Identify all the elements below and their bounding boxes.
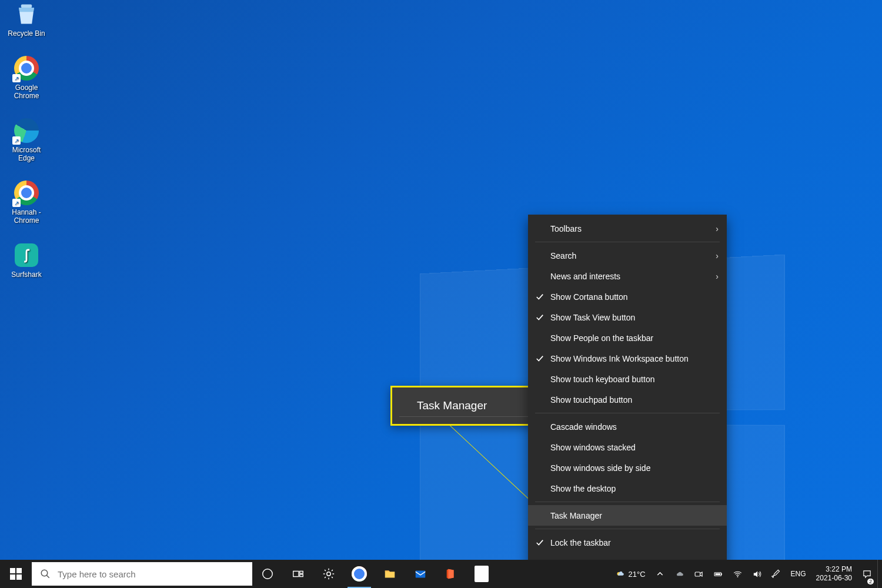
desktop-icon-label: Surfshark bbox=[11, 270, 41, 279]
tray-date: 2021-06-30 bbox=[816, 574, 852, 583]
ctx-item-label: Show windows stacked bbox=[550, 443, 636, 452]
chevron-right-icon: › bbox=[716, 224, 719, 233]
ctx-item-label: Show Task View button bbox=[550, 313, 635, 322]
ctx-item-label: Show windows side by side bbox=[550, 463, 650, 473]
tray-battery-icon[interactable] bbox=[709, 560, 727, 588]
svg-point-8 bbox=[327, 572, 330, 576]
desktop-icon-label: Recycle Bin bbox=[8, 29, 45, 38]
task-view-button[interactable] bbox=[283, 560, 313, 588]
desktop-icon-hannah-chrome[interactable]: ↗ Hannah - Chrome bbox=[4, 180, 49, 225]
ctx-item-label: Lock the taskbar bbox=[550, 538, 611, 547]
tray-volume-icon[interactable] bbox=[748, 560, 766, 588]
ctx-item-label: Show the desktop bbox=[550, 484, 616, 493]
menu-separator bbox=[535, 529, 720, 529]
ctx-item-label: Show Windows Ink Workspace button bbox=[550, 354, 689, 363]
ctx-item-search[interactable]: Search › bbox=[528, 245, 727, 266]
ctx-item-show-ink[interactable]: Show Windows Ink Workspace button bbox=[528, 348, 727, 369]
notification-icon bbox=[862, 569, 872, 579]
desktop-icon-surfshark[interactable]: ʃ Surfshark bbox=[4, 242, 49, 279]
surfshark-icon: ʃ bbox=[14, 242, 39, 268]
desktop-icon-microsoft-edge[interactable]: ↗ Microsoft Edge bbox=[4, 118, 49, 162]
svg-rect-11 bbox=[695, 572, 700, 576]
ctx-item-label: Cascade windows bbox=[550, 422, 617, 432]
windows-logo-icon bbox=[10, 568, 22, 580]
ctx-item-news-interests[interactable]: News and interests › bbox=[528, 266, 727, 286]
taskbar-settings-app[interactable] bbox=[313, 560, 344, 588]
chevron-right-icon: › bbox=[716, 272, 719, 281]
start-button[interactable] bbox=[0, 560, 32, 588]
document-icon bbox=[475, 566, 489, 582]
tray-overflow[interactable] bbox=[651, 560, 669, 588]
menu-separator bbox=[535, 502, 720, 502]
ctx-item-label: Task Manager bbox=[550, 511, 602, 520]
notification-badge: 2 bbox=[867, 579, 874, 584]
svg-line-3 bbox=[46, 575, 49, 578]
ctx-item-side-by-side[interactable]: Show windows side by side bbox=[528, 457, 727, 478]
shortcut-overlay-icon: ↗ bbox=[12, 74, 21, 82]
taskbar-office-app[interactable] bbox=[436, 560, 466, 588]
svg-rect-9 bbox=[416, 571, 426, 578]
ctx-item-label: Toolbars bbox=[550, 224, 582, 233]
taskbar-mail-app[interactable] bbox=[405, 560, 436, 588]
tray-wifi-icon[interactable] bbox=[729, 560, 747, 588]
ctx-item-label: News and interests bbox=[550, 272, 620, 281]
svg-rect-5 bbox=[293, 571, 299, 576]
desktop-icon-recycle-bin[interactable]: Recycle Bin bbox=[4, 1, 49, 38]
search-box[interactable] bbox=[32, 562, 252, 586]
search-input[interactable] bbox=[58, 569, 244, 579]
svg-point-15 bbox=[737, 576, 738, 577]
shortcut-overlay-icon: ↗ bbox=[12, 136, 21, 145]
tray-language[interactable]: ENG bbox=[787, 560, 810, 588]
check-icon bbox=[535, 538, 544, 547]
ctx-item-cascade[interactable]: Cascade windows bbox=[528, 416, 727, 437]
ctx-item-show-people[interactable]: Show People on the taskbar bbox=[528, 328, 727, 348]
callout-task-manager: Task Manager bbox=[390, 386, 546, 426]
ctx-item-label: Show People on the taskbar bbox=[550, 333, 653, 343]
check-icon bbox=[535, 354, 544, 363]
ctx-item-toolbars[interactable]: Toolbars › bbox=[528, 218, 727, 239]
svg-point-4 bbox=[263, 569, 273, 579]
taskbar[interactable]: 21°C ENG 3:22 PM 2021-06-30 2 bbox=[0, 560, 882, 588]
taskbar-chrome-app[interactable] bbox=[344, 560, 375, 588]
ctx-item-show-touchpad[interactable]: Show touchpad button bbox=[528, 389, 727, 410]
ctx-item-label: Search bbox=[550, 251, 576, 260]
svg-rect-0 bbox=[21, 5, 32, 8]
svg-rect-14 bbox=[715, 573, 720, 575]
ctx-item-label: Show touchpad button bbox=[550, 395, 632, 405]
desktop-icon-label: Google Chrome bbox=[4, 83, 49, 100]
ctx-item-show-task-view[interactable]: Show Task View button bbox=[528, 307, 727, 328]
taskbar-generic-app[interactable] bbox=[466, 560, 497, 588]
ctx-item-lock-taskbar[interactable]: Lock the taskbar bbox=[528, 532, 727, 553]
shortcut-overlay-icon: ↗ bbox=[12, 199, 21, 207]
search-icon bbox=[40, 569, 51, 579]
ctx-item-label: Show Cortana button bbox=[550, 292, 628, 302]
svg-rect-6 bbox=[300, 571, 303, 573]
ctx-item-task-manager[interactable]: Task Manager bbox=[528, 505, 727, 526]
menu-separator bbox=[535, 413, 720, 413]
ctx-item-label: Show touch keyboard button bbox=[550, 375, 654, 384]
taskbar-context-menu: Toolbars › Search › News and interests ›… bbox=[528, 215, 727, 577]
action-center-button[interactable]: 2 bbox=[858, 560, 876, 588]
desktop-icon-label: Hannah - Chrome bbox=[4, 208, 49, 225]
show-desktop-button[interactable] bbox=[877, 560, 881, 588]
tray-meet-now-icon[interactable] bbox=[690, 560, 708, 588]
desktop-icon-label: Microsoft Edge bbox=[4, 146, 49, 162]
tray-ink-workspace-icon[interactable] bbox=[767, 560, 786, 588]
tray-onedrive-icon[interactable] bbox=[670, 560, 689, 588]
tray-clock[interactable]: 3:22 PM 2021-06-30 bbox=[811, 560, 857, 588]
check-icon bbox=[535, 313, 544, 322]
cortana-button[interactable] bbox=[252, 560, 283, 588]
chrome-icon: ↗ bbox=[14, 55, 39, 81]
desktop-icon-google-chrome[interactable]: ↗ Google Chrome bbox=[4, 55, 49, 100]
ctx-item-show-touch-keyboard[interactable]: Show touch keyboard button bbox=[528, 369, 727, 389]
recycle-bin-icon bbox=[14, 1, 39, 27]
weather-widget[interactable]: 21°C bbox=[611, 560, 650, 588]
ctx-item-show-cortana[interactable]: Show Cortana button bbox=[528, 286, 727, 307]
taskbar-file-explorer[interactable] bbox=[375, 560, 405, 588]
ctx-item-stacked[interactable]: Show windows stacked bbox=[528, 437, 727, 457]
check-icon bbox=[535, 292, 544, 302]
ctx-item-show-desktop[interactable]: Show the desktop bbox=[528, 478, 727, 499]
edge-icon: ↗ bbox=[14, 118, 39, 143]
menu-separator bbox=[535, 242, 720, 242]
taskbar-pinned-apps bbox=[252, 560, 497, 588]
